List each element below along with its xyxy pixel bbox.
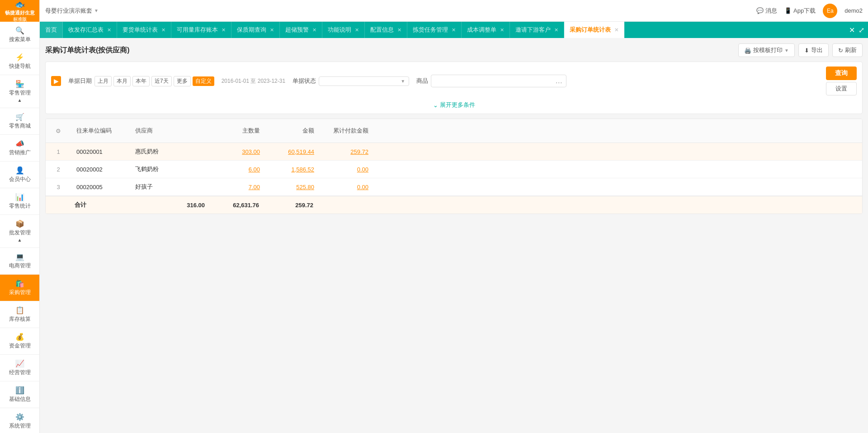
row-amount-link[interactable]: 1,586.52 [291,166,314,173]
tab-保质期查询[interactable]: 保质期查询✕ [231,22,280,38]
username-label[interactable]: demo2 [844,7,863,14]
sidebar-item-系统管理[interactable]: ⚙️系统管理 [0,408,39,433]
page-title: 采购订单统计表(按供应商) [45,46,130,55]
row-supplier: 惠氏奶粉 [130,143,220,161]
tab-close-icon[interactable]: ✕ [161,27,165,33]
tab-邀请下游客户[interactable]: 邀请下游客户✕ [510,22,564,38]
tab-close-icon[interactable]: ✕ [397,27,401,33]
print-button[interactable]: 🖨️ 按模板打印 ▼ [738,43,795,57]
date-shortcut-last-month[interactable]: 上月 [94,76,112,86]
sidebar-item-营销推广[interactable]: 📣营销推广 [0,135,39,162]
workspace-selector[interactable]: 母婴行业演示账套 ▼ [45,7,99,15]
row-paid-link[interactable]: 0.00 [357,184,368,190]
tab-close-icon[interactable]: ✕ [355,27,359,33]
row-qty-link[interactable]: 7.00 [249,184,260,190]
column-settings-icon[interactable]: ⚙ [51,124,66,138]
date-label: 单据日期 [68,77,92,85]
tab-close-icon[interactable]: ✕ [554,27,558,33]
tab-配置信息[interactable]: 配置信息✕ [365,22,407,38]
sidebar-item-快捷导航[interactable]: ⚡快捷导航 [0,48,39,75]
export-button[interactable]: ⬇ 导出 [798,43,829,57]
print-label: 按模板打印 [753,46,783,54]
row-amount-link[interactable]: 60,519.44 [288,148,314,155]
tab-close-icon[interactable]: ✕ [107,27,111,33]
tab-采购订单统计表[interactable]: 采购订单统计表✕ [564,22,624,38]
sidebar-item-批发管理[interactable]: 📦批发管理▲ [0,215,39,248]
maximize-tab-icon[interactable]: ⤢ [859,26,864,34]
sidebar-item-label: 会员中心 [2,176,38,183]
date-custom-tag[interactable]: 自定义 [193,76,214,86]
close-tab-icon[interactable]: ✕ [849,26,855,34]
sidebar-icon: ℹ️ [2,386,38,395]
refresh-button[interactable]: ↻ 刷新 [832,43,863,57]
status-select[interactable]: ▼ [319,76,409,86]
filter-row-1: ▶ 单据日期 上月 本月 本年 近7天 更多 自定义 2016 [51,67,857,95]
tabbar: 首页收发存汇总表✕要货单统计表✕可用量库存账本✕保质期查询✕超储预警✕功能说明✕… [40,22,868,38]
table-header: ⚙ 往来单位编码 供应商 主数量 金额 累计付款金额 [46,119,862,143]
row-paid-link[interactable]: 259.72 [350,148,368,155]
message-icon: 💬 [756,7,764,14]
row-amount-link[interactable]: 525.80 [296,184,314,190]
settings-button[interactable]: 设置 [826,82,857,95]
message-button[interactable]: 💬 消息 [756,7,777,15]
sidebar-item-label: 资金管理 [2,342,38,350]
sidebar-icon: 📈 [2,359,38,368]
sidebar-item-label: 经营管理 [2,369,38,376]
sidebar-item-label: 电商管理 [2,262,38,270]
expand-conditions-button[interactable]: ⌄ 展开更多条件 [433,101,475,109]
row-qty-link[interactable]: 303.00 [242,148,260,155]
tab-功能说明[interactable]: 功能说明✕ [322,22,365,38]
table-row[interactable]: 3 00020005 好孩子 7.00 525.80 0.00 [46,178,862,196]
sidebar-item-资金管理[interactable]: 💰资金管理 [0,328,39,355]
col-amount-header: 金额 [265,119,320,143]
row-extra [374,143,862,161]
query-label: 查询 [835,69,848,76]
sidebar-item-基础信息[interactable]: ℹ️基础信息 [0,381,39,408]
date-filter-group: 单据日期 上月 本月 本年 近7天 更多 自定义 [68,76,214,86]
tab-close-icon[interactable]: ✕ [500,27,504,33]
sidebar-item-经营管理[interactable]: 📈经营管理 [0,355,39,381]
tab-要货单统计表[interactable]: 要货单统计表✕ [117,22,171,38]
tab-拣货任务管理[interactable]: 拣货任务管理✕ [407,22,462,38]
sidebar-item-零售管理[interactable]: 🏪零售管理▲ [0,75,39,108]
sidebar-item-零售统计[interactable]: 📊零售统计 [0,188,39,215]
row-supplier: 飞鹤奶粉 [130,161,220,178]
tab-label: 邀请下游客户 [515,26,551,34]
tab-close-icon[interactable]: ✕ [614,27,618,33]
date-shortcut-this-year[interactable]: 本年 [132,76,150,86]
filter-collapse-arrow[interactable]: ▶ [51,76,61,86]
goods-search-input[interactable] [435,78,553,85]
sidebar-item-电商管理[interactable]: 💻电商管理 [0,248,39,275]
row-index: 1 [46,143,71,161]
tab-close-icon[interactable]: ✕ [222,27,226,33]
date-shortcut-more[interactable]: 更多 [174,76,191,86]
row-qty-link[interactable]: 6.00 [249,166,260,173]
sidebar-item-label: 零售统计 [2,202,38,210]
date-shortcut-this-month[interactable]: 本月 [113,76,131,86]
tab-超储预警[interactable]: 超储预警✕ [280,22,322,38]
tab-成本调整单[interactable]: 成本调整单✕ [462,22,510,38]
app-download-button[interactable]: 📱 App下载 [784,7,816,15]
logo-subtext: 标准版 [13,16,27,23]
sidebar-item-零售商城[interactable]: 🛒零售商城 [0,108,39,135]
tab-收发存汇总表[interactable]: 收发存汇总表✕ [63,22,117,38]
tab-首页[interactable]: 首页 [40,22,63,38]
sidebar-item-搜索菜单[interactable]: 🔍搜索菜单 [0,22,39,48]
sidebar-item-采购管理[interactable]: 🛍️采购管理 [0,275,39,301]
sidebar-item-label: 零售管理 [2,89,38,97]
date-shortcut-7days[interactable]: 近7天 [151,76,172,86]
goods-more-icon[interactable]: … [555,77,562,85]
avatar[interactable]: Ea [823,4,837,18]
sidebar-item-库存核算[interactable]: 📋库存核算 [0,301,39,328]
tab-close-icon[interactable]: ✕ [312,27,316,33]
sidebar-item-会员中心[interactable]: 👤会员中心 [0,162,39,188]
topbar-right: 💬 消息 📱 App下载 Ea demo2 [756,4,863,18]
tab-close-icon[interactable]: ✕ [270,27,274,33]
table-row[interactable]: 2 00020002 飞鹤奶粉 6.00 1,586.52 0.00 [46,161,862,178]
table-row[interactable]: 1 00020001 惠氏奶粉 303.00 60,519.44 259.72 [46,143,862,161]
row-paid-link[interactable]: 0.00 [357,166,368,173]
tab-可用量库存账本[interactable]: 可用量库存账本✕ [171,22,231,38]
tab-close-icon[interactable]: ✕ [452,27,456,33]
query-button[interactable]: 查询 [826,67,857,80]
footer-label: 合计 [51,201,160,209]
